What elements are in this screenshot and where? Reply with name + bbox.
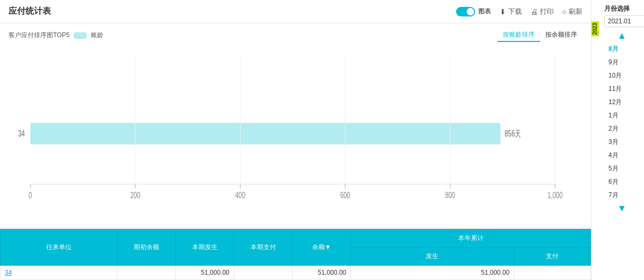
- header-actions: 图表 ⬇ 下载 🖨 打印 ○ 刷新: [456, 7, 582, 16]
- month-6[interactable]: 6月: [600, 175, 644, 189]
- col-header-balance: 余额▼: [293, 230, 351, 266]
- table-section: 往来单位 期初余额 本期发生 本期支付 余额▼ 本年累计 发生 支付: [0, 228, 591, 280]
- chart-header: 客户应付排序图TOP5 账龄 按账龄排序 按余额排序: [8, 29, 582, 42]
- month-4[interactable]: 4月: [600, 149, 644, 162]
- year-badge: 2023: [591, 21, 599, 36]
- svg-text:1,000: 1,000: [547, 191, 563, 200]
- col-header-opening-balance: 期初余额: [117, 230, 176, 266]
- svg-text:600: 600: [340, 191, 350, 200]
- bar-y-label: 34: [18, 130, 25, 139]
- svg-text:800: 800: [445, 191, 455, 200]
- download-icon: ⬇: [500, 7, 506, 16]
- month-5[interactable]: 5月: [600, 162, 644, 175]
- cell-unit: 34: [1, 266, 117, 280]
- sidebar: 2023 月份选择 ▲ 8月 9月 10月 11月 12月 1月 2月 3月 4…: [591, 0, 644, 280]
- svg-text:400: 400: [235, 191, 245, 200]
- chart-toggle-wrapper[interactable]: 图表: [456, 7, 491, 16]
- cell-balance: 51,000.00: [293, 266, 351, 280]
- scroll-down-button[interactable]: ▼: [600, 202, 644, 215]
- chart-section: 客户应付排序图TOP5 账龄 按账龄排序 按余额排序 34: [0, 23, 591, 228]
- cell-current-payment: [234, 266, 293, 280]
- month-10[interactable]: 10月: [600, 69, 644, 82]
- chart-toggle-switch[interactable]: [456, 7, 475, 16]
- month-12[interactable]: 12月: [600, 96, 644, 109]
- cell-year-occurrence: 51,000.00: [351, 266, 514, 280]
- month-9[interactable]: 9月: [600, 56, 644, 69]
- col-header-year-occurrence: 发生: [351, 248, 514, 266]
- sort-tabs: 按账龄排序 按余额排序: [497, 29, 582, 42]
- svg-text:200: 200: [130, 191, 140, 200]
- cell-year-payment: [514, 266, 590, 280]
- col-header-current-occurrence: 本期发生: [176, 230, 234, 266]
- bar-end-label: 856天: [505, 130, 521, 139]
- chart-bar: [30, 123, 500, 144]
- page-title: 应付统计表: [8, 6, 51, 17]
- scroll-up-button[interactable]: ▲: [600, 29, 644, 43]
- legend-box: [74, 32, 87, 39]
- chart-legend-label: 客户应付排序图TOP5: [8, 31, 70, 40]
- col-header-current-payment: 本期支付: [234, 230, 293, 266]
- col-header-year-total: 本年累计: [351, 230, 591, 248]
- chart-body: 34 856天 0 200 400: [8, 46, 582, 223]
- year-input[interactable]: [604, 15, 644, 27]
- chart-svg: 34 856天 0 200 400: [8, 46, 582, 223]
- month-8[interactable]: 8月: [600, 43, 644, 56]
- col-header-year-payment: 支付: [514, 248, 590, 266]
- chart-legend: 客户应付排序图TOP5 账龄: [8, 31, 104, 40]
- chart-legend-box-label: 账龄: [91, 31, 104, 40]
- download-button[interactable]: ⬇ 下载: [500, 7, 522, 16]
- print-button[interactable]: 🖨 打印: [530, 7, 554, 16]
- page-header: 应付统计表 图表 ⬇ 下载 🖨 打印 ○ 刷新: [0, 0, 591, 23]
- sort-by-amount-tab[interactable]: 按余额排序: [540, 29, 582, 42]
- refresh-icon: ○: [562, 7, 566, 16]
- month-11[interactable]: 11月: [600, 82, 644, 96]
- unit-link[interactable]: 34: [5, 269, 12, 276]
- col-header-unit: 往来单位: [1, 230, 117, 266]
- sort-by-balance-tab[interactable]: 按账龄排序: [497, 29, 540, 42]
- cell-opening-balance: [117, 266, 176, 280]
- cell-current-occurrence: 51,000.00: [176, 266, 234, 280]
- sidebar-title: 月份选择: [600, 0, 644, 15]
- refresh-button[interactable]: ○ 刷新: [562, 7, 582, 16]
- data-table: 往来单位 期初余额 本期发生 本期支付 余额▼ 本年累计 发生 支付: [0, 229, 591, 280]
- month-1[interactable]: 1月: [600, 109, 644, 122]
- chart-toggle-label: 图表: [478, 7, 491, 16]
- month-7[interactable]: 7月: [600, 189, 644, 202]
- svg-text:0: 0: [29, 191, 32, 200]
- month-2[interactable]: 2月: [600, 122, 644, 135]
- print-icon: 🖨: [530, 7, 538, 16]
- table-row: 34 51,000.00 51,000.00 51,000.00: [1, 266, 591, 280]
- month-3[interactable]: 3月: [600, 135, 644, 149]
